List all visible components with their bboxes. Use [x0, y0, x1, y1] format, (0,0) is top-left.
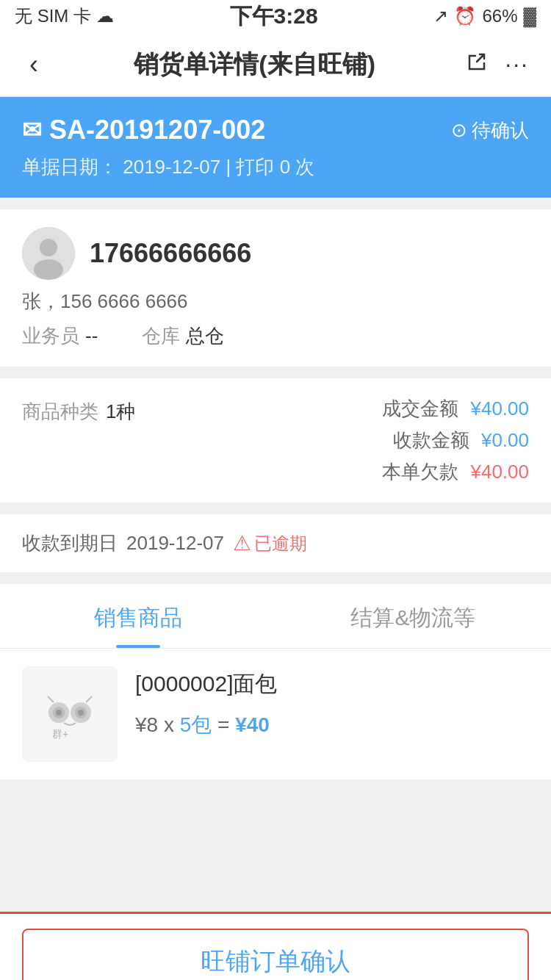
sim-status: 无 SIM 卡 ☁ [15, 4, 114, 28]
nav-actions: ··· [464, 48, 529, 81]
status-time: 下午3:28 [230, 1, 318, 32]
main-content: ✉ SA-20191207-002 ⊙ 待确认 单据日期： 2019-12-07… [0, 97, 551, 980]
svg-point-7 [56, 710, 62, 716]
customer-section: 17666666666 张，156 6666 6666 业务员 -- 仓库 总仓 [0, 209, 551, 367]
order-header-card: ✉ SA-20191207-002 ⊙ 待确认 单据日期： 2019-12-07… [0, 97, 551, 198]
customer-name-phone: 张，156 6666 6666 [22, 289, 529, 314]
order-icon: ✉ [22, 116, 42, 144]
product-type-stat: 商品种类 1种 [22, 396, 253, 425]
customer-phone: 17666666666 [90, 238, 251, 269]
product-section: 群+ [0000002]面包 ¥8 x 5包 = ¥40 [0, 649, 551, 779]
bottom-button-area: 旺铺订单确认 [0, 912, 551, 980]
customer-row: 17666666666 [22, 227, 529, 280]
status-right: ↗ ⏰ 66% ▓ [433, 6, 536, 26]
tab-sales-products[interactable]: 销售商品 [0, 584, 276, 648]
amount-stats: 成交金额 ¥40.00 收款金额 ¥0.00 本单欠款 ¥40.00 [253, 396, 529, 485]
warehouse-detail: 仓库 总仓 [142, 323, 224, 349]
product-name: [0000002]面包 [135, 669, 529, 699]
tabs-section: 销售商品 结算&物流等 群+ [0, 584, 551, 779]
product-info: [0000002]面包 ¥8 x 5包 = ¥40 [135, 666, 529, 739]
svg-text:群+: 群+ [52, 728, 68, 740]
back-button[interactable]: ‹ [22, 42, 46, 87]
customer-info: 17666666666 [90, 238, 251, 269]
customer-details: 业务员 -- 仓库 总仓 [22, 323, 529, 349]
share-icon[interactable] [464, 48, 490, 81]
content-spacer [0, 779, 551, 912]
due-date: 2019-12-07 [126, 532, 224, 555]
svg-point-8 [78, 710, 84, 716]
receipt-amount-row: 收款金额 ¥0.00 [393, 428, 529, 453]
product-thumbnail: 群+ [22, 666, 118, 762]
deal-amount-row: 成交金额 ¥40.00 [382, 396, 529, 422]
page-title: 销货单详情(来自旺铺) [134, 48, 375, 82]
alarm-icon: ⏰ [454, 6, 476, 26]
overdue-badge: ⚠ 已逾期 [233, 531, 307, 555]
status-bar: 无 SIM 卡 ☁ 下午3:28 ↗ ⏰ 66% ▓ [0, 0, 551, 32]
svg-point-2 [34, 259, 63, 280]
tabs-row: 销售商品 结算&物流等 [0, 584, 551, 649]
warning-icon: ⚠ [233, 531, 251, 555]
arrears-row: 本单欠款 ¥40.00 [382, 459, 529, 485]
clock-icon: ⊙ [451, 119, 467, 142]
avatar [22, 227, 75, 280]
stats-section: 商品种类 1种 成交金额 ¥40.00 收款金额 ¥0.00 本单欠款 ¥40.… [0, 378, 551, 502]
salesperson-detail: 业务员 -- [22, 323, 98, 349]
order-status-badge: ⊙ 待确认 [451, 118, 529, 143]
order-header-top: ✉ SA-20191207-002 ⊙ 待确认 [22, 115, 529, 145]
more-icon[interactable]: ··· [505, 51, 529, 78]
tab-settlement-logistics[interactable]: 结算&物流等 [276, 584, 551, 648]
order-id: ✉ SA-20191207-002 [22, 115, 265, 145]
battery-level: 66% [482, 6, 517, 26]
battery-icon: ▓ [523, 6, 536, 26]
product-price: ¥8 x 5包 = ¥40 [135, 711, 529, 739]
status-left: 无 SIM 卡 ☁ [15, 4, 114, 28]
due-label: 收款到期日 [22, 530, 118, 556]
due-date-section: 收款到期日 2019-12-07 ⚠ 已逾期 [0, 514, 551, 572]
nav-bar: ‹ 销货单详情(来自旺铺) ··· [0, 32, 551, 97]
order-meta: 单据日期： 2019-12-07 | 打印 0 次 [22, 154, 529, 180]
svg-point-1 [40, 239, 57, 256]
confirm-order-button[interactable]: 旺铺订单确认 [22, 929, 529, 980]
location-icon: ↗ [433, 6, 448, 26]
